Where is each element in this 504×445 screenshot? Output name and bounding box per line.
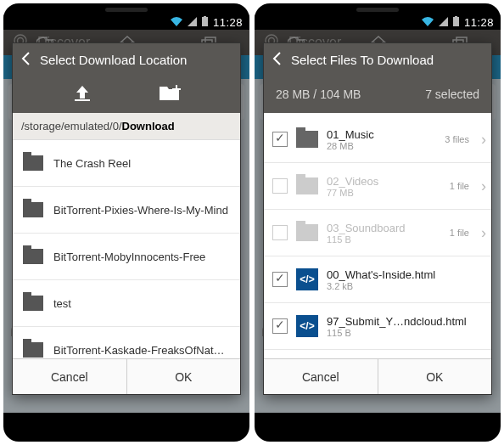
status-time: 11:28 [464,16,494,29]
checkbox[interactable] [272,318,288,334]
dialog-title: Select Files To Download [291,53,434,67]
file-meta: 1 file [450,228,469,238]
file-row[interactable]: </>00_What's-Inside.html3.2 kB [264,256,491,303]
chevron-right-icon[interactable]: › [481,224,486,242]
file-row[interactable]: 03_Soundboard115 B1 file› [264,210,491,256]
svg-rect-9 [453,17,459,26]
ok-button[interactable]: OK [378,359,492,394]
folder-row[interactable]: The Crash Reel [13,140,240,187]
checkbox[interactable] [272,178,288,194]
folder-icon [296,177,318,194]
checkbox[interactable] [272,225,288,240]
ok-button[interactable]: OK [127,359,241,394]
battery-icon [453,16,459,28]
folder-name: BitTorrent-MobyInnocents-Free [53,251,230,263]
phone-left: 11:28 Discover Bit Killing Select Downlo… [3,3,249,442]
file-row[interactable]: </>98_Get_Moby-I…-iTunes.html [264,350,491,358]
chevron-right-icon[interactable]: › [481,177,486,195]
file-size: 77 MB [327,188,441,198]
folder-icon [23,342,43,358]
folder-name: test [53,297,230,310]
file-row[interactable]: 01_Music28 MB3 files› [264,116,491,163]
folder-row[interactable]: BitTorrent-Kaskade-FreaksOfNature-Pr… [13,327,240,358]
status-bar: 11:28 [255,14,501,30]
battery-icon [202,16,208,28]
file-name: 02_Videos [327,175,441,188]
new-folder-icon[interactable] [159,83,182,105]
file-size: 115 B [327,234,441,245]
folder-icon [23,249,43,264]
cancel-button[interactable]: Cancel [264,359,378,394]
html-file-icon: </> [296,268,318,290]
folder-row[interactable]: test [13,280,240,327]
wifi-icon [171,17,182,28]
file-name: 00_What's-Inside.html [327,268,486,281]
phone-right: 11:28 Discover Bit Killing Select Files … [255,3,501,442]
cancel-button[interactable]: Cancel [13,359,127,394]
path-bar: /storage/emulated/0/Download [13,113,240,140]
folder-row[interactable]: BitTorrent-MobyInnocents-Free [13,234,240,280]
wifi-icon [422,17,434,28]
file-name: 03_Soundboard [327,222,441,234]
folder-icon [23,202,43,217]
folder-icon [296,131,318,148]
folder-icon [23,296,43,311]
dialog-select-files: Select Files To Download 28 MB / 104 MB … [263,42,492,395]
up-folder-icon[interactable] [71,83,93,105]
file-name: 01_Music [327,128,436,141]
svg-rect-10 [455,16,457,17]
file-name: 97_Submit_Y…ndcloud.html [327,315,486,328]
status-time: 11:28 [213,16,243,29]
file-size: 115 B [327,328,486,338]
folder-icon [296,224,318,241]
folder-name: BitTorrent-Kaskade-FreaksOfNature-Pr… [53,344,230,357]
file-size: 28 MB [327,141,436,151]
file-row[interactable]: 02_Videos77 MB1 file› [264,163,491,210]
file-row[interactable]: </>97_Submit_Y…ndcloud.html115 B [264,303,491,350]
size-summary: 28 MB / 104 MB [276,87,361,101]
back-icon[interactable] [272,52,281,68]
file-size: 3.2 kB [327,281,486,291]
svg-rect-1 [204,16,206,17]
dialog-title: Select Download Location [40,53,187,67]
selected-summary: 7 selected [425,87,479,101]
dialog-download-location: Select Download Location /storage/emulat… [12,42,241,395]
signal-icon [188,17,197,28]
svg-rect-0 [202,17,208,26]
file-meta: 1 file [450,181,469,191]
status-bar: 11:28 [3,14,249,30]
back-icon[interactable] [21,52,30,68]
chevron-right-icon[interactable]: › [481,131,486,149]
file-meta: 3 files [445,134,469,144]
svg-rect-6 [172,88,181,90]
folder-name: BitTorrent-Pixies-Where-Is-My-Mind [53,204,230,217]
checkbox[interactable] [272,272,288,287]
folder-icon [23,155,43,171]
html-file-icon: </> [296,315,318,337]
checkbox[interactable] [272,132,288,147]
signal-icon [439,17,448,28]
folder-name: The Crash Reel [53,157,230,170]
svg-rect-4 [75,99,90,101]
folder-row[interactable]: BitTorrent-Pixies-Where-Is-My-Mind [13,187,240,234]
